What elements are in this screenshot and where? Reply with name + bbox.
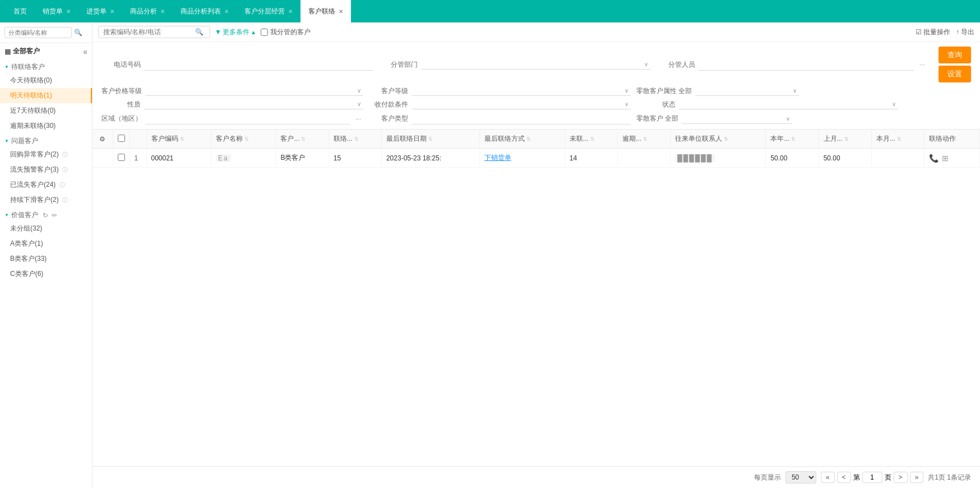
row-checkbox[interactable]: [118, 154, 125, 161]
my-customers-check[interactable]: [261, 29, 268, 36]
sidebar-item-b-customers[interactable]: B类客户(33): [0, 251, 92, 266]
sidebar-item-a-customers[interactable]: A类客户(1): [0, 236, 92, 251]
filter-cell-price-level: 客户价格等级 ∨: [101, 86, 369, 96]
refresh-icon[interactable]: ↻: [43, 211, 48, 219]
first-page-btn[interactable]: «: [821, 472, 835, 483]
data-table: ⚙ 客户编码 ⇅: [93, 130, 980, 168]
sidebar-item-c-customers[interactable]: C类客户(6): [0, 266, 92, 282]
phone-input[interactable]: [144, 59, 373, 71]
filter-cell-retail-attr: 零散客户属性 全部 ∨: [636, 86, 904, 96]
nav-product-analysis-list[interactable]: 商品分析列表 ✕: [173, 0, 237, 22]
gear-icon[interactable]: ⚙: [99, 135, 105, 143]
sort-icon-this-month: ⇅: [897, 136, 902, 142]
nav-sales-order[interactable]: 销货单 ✕: [35, 0, 78, 22]
payment-select[interactable]: ∨: [412, 99, 631, 109]
nav-product-analysis[interactable]: 商品分析 ✕: [122, 0, 173, 22]
nature-select[interactable]: ∨: [144, 99, 363, 109]
my-customers-checkbox[interactable]: 我分管的客户: [261, 27, 311, 37]
sort-icon-date: ⇅: [428, 136, 433, 142]
col-last-month[interactable]: 上月... ⇅: [819, 130, 871, 149]
sidebar-item-overdue-contact[interactable]: 逾期未联络(30): [0, 118, 92, 133]
retail-customer-select[interactable]: ∨: [682, 114, 792, 124]
query-button[interactable]: 查询: [939, 47, 971, 63]
prev-page-btn[interactable]: <: [837, 472, 851, 483]
col-this-year[interactable]: 本年... ⇅: [766, 130, 819, 149]
last-page-btn[interactable]: »: [910, 472, 924, 483]
close-purchase-order-icon[interactable]: ✕: [110, 8, 114, 15]
close-customer-layering-icon[interactable]: ✕: [288, 8, 293, 15]
cell-type: B类客户: [276, 149, 329, 168]
sidebar-item-repurchase-abnormal[interactable]: 回购异常客户(2) ⓘ: [0, 147, 92, 162]
retail-attr-select[interactable]: ∨: [695, 86, 799, 96]
sort-icon-year: ⇅: [791, 136, 796, 142]
select-all-checkbox[interactable]: [118, 135, 125, 142]
col-unit-contact[interactable]: 往来单位联系人 ⇅: [671, 130, 766, 149]
col-contact[interactable]: 联络... ⇅: [329, 130, 381, 149]
col-customer-type[interactable]: 客户... ⇅: [276, 130, 329, 149]
edit-icon[interactable]: ✏: [52, 211, 57, 219]
sidebar-search-input[interactable]: [4, 27, 72, 38]
grid-action-icon[interactable]: ⊞: [942, 154, 949, 163]
col-overdue[interactable]: 逾期... ⇅: [618, 130, 671, 149]
phone-action-icon[interactable]: 📞: [929, 154, 939, 163]
nav-purchase-order[interactable]: 进货单 ✕: [78, 0, 122, 22]
col-this-month[interactable]: 本月... ⇅: [871, 130, 924, 149]
main-layout: 🔍 ▦ 全部客户 « ▼ 待联络客户 今天待联络(0) 明天待联络(1) 近7天…: [0, 22, 980, 488]
grid-icon: ▦: [4, 48, 11, 56]
sidebar-item-churn-warning[interactable]: 流失预警客户(3) ⓘ: [0, 162, 92, 177]
dept-select[interactable]: ∨: [421, 59, 650, 70]
sidebar-item-declining[interactable]: 持续下滑客户(2) ⓘ: [0, 192, 92, 208]
close-product-list-icon[interactable]: ✕: [224, 8, 229, 15]
page-input[interactable]: [862, 472, 882, 483]
set-button[interactable]: 设置: [939, 66, 971, 82]
col-customer-name[interactable]: 客户名称 ⇅: [211, 130, 275, 149]
customer-type-input[interactable]: [412, 113, 631, 125]
batch-op-button[interactable]: ☑ 批量操作: [916, 27, 950, 37]
export-button[interactable]: ↑ 导出: [956, 27, 974, 37]
cell-checkbox: [113, 149, 130, 168]
price-level-select[interactable]: ∨: [145, 86, 363, 96]
group-problem-customers: ▼ 问题客户: [0, 133, 92, 147]
area-input[interactable]: [145, 113, 350, 125]
col-no-contact[interactable]: 未联... ⇅: [565, 130, 617, 149]
filter-cell-nature: 性质 ∨: [101, 99, 369, 109]
person-ellipsis-btn[interactable]: ···: [917, 59, 927, 70]
sidebar-item-today-contact[interactable]: 今天待联络(0): [0, 73, 92, 88]
contact-method-link[interactable]: 下销货单: [484, 154, 511, 162]
nav-home[interactable]: 首页: [6, 0, 35, 22]
sidebar: 🔍 ▦ 全部客户 « ▼ 待联络客户 今天待联络(0) 明天待联络(1) 近7天…: [0, 22, 93, 488]
sidebar-search-icon[interactable]: 🔍: [74, 29, 82, 36]
total-label: 共1页 1条记录: [928, 473, 971, 482]
status-select[interactable]: ∨: [679, 99, 898, 109]
col-last-contact-date[interactable]: 最后联络日期 ⇅: [381, 130, 479, 149]
table-footer: 每页显示 50 100 « < 第 页 > » 共1页 1条记录: [93, 466, 980, 488]
col-last-contact-method[interactable]: 最后联络方式 ⇅: [479, 130, 565, 149]
sidebar-item-7days-contact[interactable]: 近7天待联络(0): [0, 103, 92, 118]
nav-customer-contact[interactable]: 客户联络 ✕: [301, 0, 351, 22]
close-product-analysis-icon[interactable]: ✕: [160, 8, 165, 15]
area-ellipsis-btn[interactable]: ···: [353, 114, 363, 124]
person-input[interactable]: [699, 59, 914, 71]
info-icon-4: ⓘ: [62, 197, 68, 203]
collapse-icon[interactable]: «: [83, 47, 87, 56]
search-input[interactable]: [103, 28, 193, 36]
all-customers-header[interactable]: ▦ 全部客户 «: [0, 43, 92, 59]
col-customer-code[interactable]: 客户编码 ⇅: [146, 130, 211, 149]
next-page-btn[interactable]: >: [894, 472, 908, 483]
info-icon-3: ⓘ: [59, 182, 65, 188]
sidebar-item-tomorrow-contact[interactable]: 明天待联络(1): [0, 88, 92, 103]
customer-level-select[interactable]: ∨: [412, 86, 631, 96]
sidebar-item-ungrouped[interactable]: 未分组(32): [0, 221, 92, 236]
chevron-down-icon6: ∨: [625, 101, 628, 107]
group-value-customers: ▼ 价值客户 ↻ ✏: [0, 208, 92, 221]
col-gear[interactable]: ⚙: [93, 130, 113, 149]
nav-customer-layering[interactable]: 客户分层经营 ✕: [237, 0, 301, 22]
filter-cell-status: 状态 ∨: [636, 99, 904, 109]
sidebar-item-churned[interactable]: 已流失客户(24) ⓘ: [0, 177, 92, 192]
close-customer-contact-icon[interactable]: ✕: [339, 8, 343, 15]
per-page-select[interactable]: 50 100: [785, 471, 816, 484]
search-icon[interactable]: 🔍: [195, 28, 204, 36]
more-conditions-btn[interactable]: ▼ 更多条件 ▲: [215, 27, 256, 37]
page-suffix: 页: [885, 473, 891, 482]
close-sales-order-icon[interactable]: ✕: [66, 8, 71, 15]
